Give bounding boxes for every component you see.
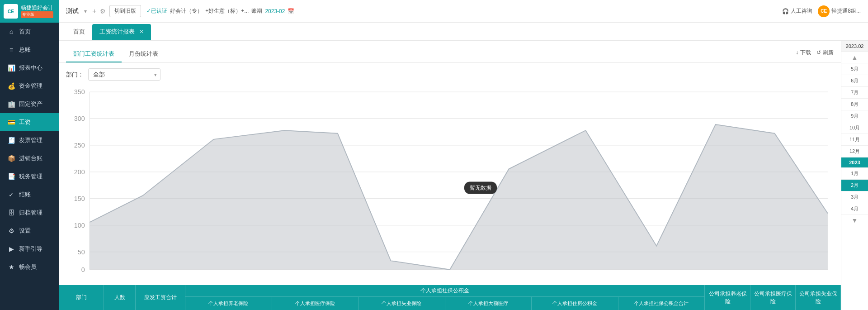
table-col-company-pension: 公司承担养老保险 bbox=[705, 285, 750, 310]
sidebar-item-label: 畅会员 bbox=[19, 263, 37, 271]
sidebar-item-label: 新手引导 bbox=[19, 245, 42, 253]
certified-status: ✓已认证 bbox=[146, 7, 167, 15]
date-item-2023-4[interactable]: 4月 bbox=[841, 203, 868, 215]
settings-icon[interactable]: ⚙ bbox=[100, 8, 106, 15]
sidebar-item-label: 总账 bbox=[19, 46, 31, 54]
help-button[interactable]: 🎧 人工咨询 bbox=[782, 7, 812, 15]
date-item-2023-2[interactable]: 2月 bbox=[841, 180, 868, 191]
table-col-count: 人数 bbox=[104, 285, 136, 310]
sidebar-item-archive[interactable]: 🗄 归档管理 bbox=[0, 204, 59, 222]
add-icon[interactable]: + bbox=[92, 7, 96, 15]
table-header: 部门 人数 应发工资合计 个人承担社保公积金 个人承担养老保险 个人承担医疗保险… bbox=[59, 285, 841, 310]
sidebar-item-label: 工资 bbox=[19, 118, 31, 126]
funds-icon: 💰 bbox=[7, 82, 15, 90]
sub-col-housing: 个人承担住房公积金 bbox=[532, 297, 618, 310]
date-item-2022-8[interactable]: 8月 bbox=[841, 99, 868, 110]
chart-area: 350 300 250 200 150 100 50 0 暂无 bbox=[59, 86, 841, 285]
sidebar-item-home[interactable]: ⌂ 首页 bbox=[0, 23, 59, 41]
table-col-dept: 部门 bbox=[59, 285, 104, 310]
date-nav-down[interactable]: ▼ bbox=[841, 215, 868, 226]
project-name: 测试 bbox=[66, 7, 79, 15]
content-area: 部门工资统计表 月份统计表 ↓ 下载 ↺ 刷新 bbox=[59, 41, 868, 310]
table-col-group-personal: 个人承担社保公积金 个人承担养老保险 个人承担医疗保险 个人承担失业保险 个人承… bbox=[185, 285, 705, 310]
chart-container: 350 300 250 200 150 100 50 0 暂无 bbox=[66, 86, 834, 281]
sidebar-item-settings[interactable]: ⚙ 设置 bbox=[0, 222, 59, 240]
refresh-icon: ↺ bbox=[816, 49, 821, 56]
tab-bar: 首页 工资统计报表 ✕ bbox=[59, 23, 868, 41]
sidebar-item-sales[interactable]: 📦 进销台账 bbox=[0, 149, 59, 167]
subtab-monthly[interactable]: 月份统计表 bbox=[122, 46, 165, 62]
group-subs: 个人承担养老保险 个人承担医疗保险 个人承担失业保险 个人承担大额医疗 个人承担… bbox=[185, 297, 705, 310]
table-col-company-unemployment: 公司承担失业保险 bbox=[796, 285, 841, 310]
tab-close-icon[interactable]: ✕ bbox=[139, 29, 144, 35]
download-button[interactable]: ↓ 下载 bbox=[796, 49, 811, 57]
tab-salary-report[interactable]: 工资统计报表 ✕ bbox=[92, 24, 151, 40]
dropdown-arrow-icon[interactable]: ▾ bbox=[84, 8, 87, 14]
date-picker-header: 2023.02 bbox=[841, 41, 868, 52]
period-label: 账期 bbox=[251, 7, 262, 15]
date-item-2022-12[interactable]: 12月 bbox=[841, 146, 868, 157]
sidebar-item-general-ledger[interactable]: ≡ 总账 bbox=[0, 41, 59, 59]
tab-home[interactable]: 首页 bbox=[66, 24, 92, 40]
svg-text:200: 200 bbox=[74, 168, 85, 176]
date-year-2023[interactable]: 2023 bbox=[841, 157, 868, 168]
user-menu[interactable]: CE 轻捷通8组... bbox=[818, 5, 861, 17]
date-item-2023-3[interactable]: 3月 bbox=[841, 191, 868, 203]
logo-text-block: 畅捷通好会计 专业版 bbox=[21, 5, 53, 19]
tax-icon: 📑 bbox=[7, 173, 15, 180]
subtab-bar: 部门工资统计表 月份统计表 ↓ 下载 ↺ 刷新 bbox=[59, 41, 841, 63]
svg-text:350: 350 bbox=[74, 88, 85, 95]
date-item-2022-9[interactable]: 9月 bbox=[841, 110, 868, 122]
sidebar-item-funds[interactable]: 💰 资金管理 bbox=[0, 77, 59, 95]
sidebar-item-label: 资金管理 bbox=[19, 82, 42, 90]
download-icon: ↓ bbox=[796, 49, 798, 56]
archive-icon: 🗄 bbox=[7, 209, 15, 216]
date-item-2022-7[interactable]: 7月 bbox=[841, 87, 868, 99]
date-item-2023-1[interactable]: 1月 bbox=[841, 168, 868, 180]
svg-text:250: 250 bbox=[74, 142, 85, 149]
avatar: CE bbox=[818, 5, 830, 17]
subtab-dept[interactable]: 部门工资统计表 bbox=[66, 46, 122, 62]
sidebar-item-tax[interactable]: 📑 税务管理 bbox=[0, 167, 59, 186]
area-chart: 350 300 250 200 150 100 50 0 bbox=[66, 86, 834, 281]
sidebar-item-vip[interactable]: ★ 畅会员 bbox=[0, 258, 59, 276]
svg-text:50: 50 bbox=[78, 248, 85, 256]
sidebar-item-label: 报表中心 bbox=[19, 64, 42, 72]
sidebar-item-label: 设置 bbox=[19, 227, 31, 235]
sidebar-item-salary[interactable]: 💳 工资 bbox=[0, 113, 59, 131]
sidebar: CE 畅捷通好会计 专业版 ⌂ 首页 ≡ 总账 📊 报表中心 💰 资金管理 🏢 … bbox=[0, 0, 59, 310]
refresh-button[interactable]: ↺ 刷新 bbox=[816, 49, 834, 57]
tags-label: +好生意（标）+... bbox=[205, 7, 249, 15]
topbar-right: 🎧 人工咨询 CE 轻捷通8组... bbox=[782, 5, 861, 17]
sidebar-item-assets[interactable]: 🏢 固定资产 bbox=[0, 95, 59, 113]
subtab-actions: ↓ 下载 ↺ 刷新 bbox=[796, 49, 834, 60]
switch-version-button[interactable]: 切到旧版 bbox=[109, 5, 141, 17]
sidebar-item-guide[interactable]: ▶ 新手引导 bbox=[0, 240, 59, 258]
main-panel: 部门工资统计表 月份统计表 ↓ 下载 ↺ 刷新 bbox=[59, 41, 841, 310]
date-item-2022-6[interactable]: 6月 bbox=[841, 75, 868, 87]
svg-marker-17 bbox=[90, 124, 828, 270]
date-item-2022-5[interactable]: 5月 bbox=[841, 63, 868, 75]
table-col-salary-total: 应发工资合计 bbox=[136, 285, 185, 310]
sidebar-item-settlement[interactable]: ✓ 结账 bbox=[0, 186, 59, 204]
sidebar-item-label: 进销台账 bbox=[19, 154, 42, 162]
date-item-2022-11[interactable]: 11月 bbox=[841, 134, 868, 146]
dept-select[interactable]: 全部 财务部 销售部 技术部 行政部 bbox=[88, 68, 160, 81]
sidebar-item-label: 首页 bbox=[19, 28, 31, 36]
logo-abbr: CE bbox=[8, 9, 14, 14]
invoice-icon: 🧾 bbox=[7, 137, 15, 144]
calendar-icon[interactable]: 📅 bbox=[288, 8, 294, 14]
logo-sub: 专业版 bbox=[21, 11, 53, 18]
settlement-icon: ✓ bbox=[7, 191, 15, 198]
reports-icon: 📊 bbox=[7, 64, 15, 72]
vip-icon: ★ bbox=[7, 263, 15, 271]
sidebar-item-reports[interactable]: 📊 报表中心 bbox=[0, 59, 59, 77]
help-label: 人工咨询 bbox=[791, 7, 812, 15]
assets-icon: 🏢 bbox=[7, 100, 15, 108]
sidebar-item-label: 归档管理 bbox=[19, 209, 42, 217]
sidebar-item-invoice[interactable]: 🧾 发票管理 bbox=[0, 131, 59, 149]
topbar: 测试 ▾ + ⚙ 切到旧版 ✓已认证 好会计（专） +好生意（标）+... 账期… bbox=[59, 0, 868, 23]
svg-text:0: 0 bbox=[81, 266, 85, 273]
date-item-2022-10[interactable]: 10月 bbox=[841, 122, 868, 134]
date-nav-up[interactable]: ▲ bbox=[841, 52, 868, 63]
